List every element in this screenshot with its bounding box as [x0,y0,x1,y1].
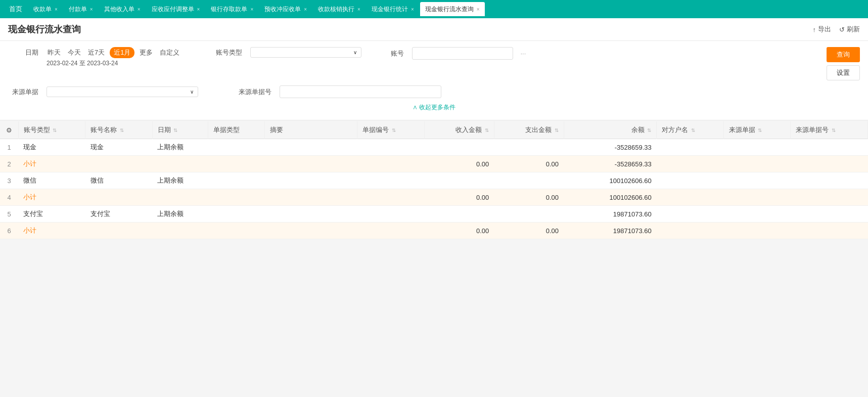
cell-account-name: 支付宝 [85,206,153,223]
column-counterparty[interactable]: 对方户名 ⇅ [657,121,724,139]
cell-date [152,189,208,206]
right-action-buttons: 查询 设置 [827,47,860,80]
nav-tab-stats[interactable]: 现金银行统计 × [367,2,419,16]
column-doc-num[interactable]: 单据编号 ⇅ [357,121,425,139]
column-doc-type-label: 单据类型 [213,126,240,134]
column-expense[interactable]: 支出金额 ⇅ [494,121,564,139]
cell-date [152,223,208,239]
refresh-button[interactable]: ↺ 刷新 [839,25,860,34]
nav-tab-shoudan[interactable]: 收款单 × [28,2,63,16]
column-balance-label: 余额 [631,126,645,134]
table-row[interactable]: 3 微信 微信 上期余额 100102606.60 [0,172,868,189]
cell-counterparty [657,139,724,156]
column-date[interactable]: 日期 ⇅ [152,121,208,139]
column-settings[interactable]: ⚙ [0,121,18,139]
source-doc-num-input[interactable] [280,85,441,98]
page-title: 现金银行流水查询 [8,23,81,35]
table-row[interactable]: 6 小计 0.00 0.00 19871073.60 [0,223,868,239]
collapse-label: 收起更多条件 [419,104,455,111]
settings-button[interactable]: 设置 [827,65,860,80]
cell-doc-type [208,223,264,239]
date-filter-group: 日期 昨天 今天 近7天 近1月 更多 自定义 2023-02-24 至 202… [8,47,181,68]
source-doc-select[interactable]: ∨ [47,86,198,97]
date-opt-yesterday[interactable]: 昨天 [45,47,63,58]
nav-tab-fudan[interactable]: 付款单 × [64,2,98,16]
dots-icon[interactable]: ··· [520,50,526,57]
cell-expense [494,206,564,223]
row-num: 4 [0,189,18,206]
collapse-bar[interactable]: ∧ 收起更多条件 [8,101,860,114]
chevron-up-icon: ∧ [413,104,418,111]
nav-tab-adjust[interactable]: 应收应付调整单 × [147,2,205,16]
table-row[interactable]: 2 小计 0.00 0.00 -3528659.33 [0,156,868,172]
date-opt-more[interactable]: 更多 [138,47,155,58]
cell-balance: -3528659.33 [564,139,657,156]
column-balance[interactable]: 余额 ⇅ [564,121,657,139]
nav-tab-close[interactable]: × [304,7,307,12]
table-header-row: ⚙ 账号类型 ⇅ 账号名称 ⇅ 日期 ⇅ 单据类型 摘要 [0,121,868,139]
account-label: 账号 [374,49,404,58]
column-source-doc-num-label: 来源单据号 [796,126,829,134]
cell-summary [264,206,357,223]
nav-tab-prepay[interactable]: 预收冲应收单 × [259,2,312,16]
nav-tab-close[interactable]: × [411,7,414,12]
nav-tab-label: 应收应付调整单 [152,5,194,14]
account-input[interactable] [412,47,513,60]
filter-area: 日期 昨天 今天 近7天 近1月 更多 自定义 2023-02-24 至 202… [0,41,868,120]
date-opt-today[interactable]: 今天 [66,47,83,58]
cell-doc-num [357,223,425,239]
table-body: 1 现金 现金 上期余额 -3528659.33 2 小计 0.00 0.00 … [0,139,868,239]
cell-doc-num [357,139,425,156]
nav-tab-ledger[interactable]: 现金银行流水查询 × [420,2,485,16]
date-opt-7days[interactable]: 近7天 [86,47,107,58]
sort-icon: ⇅ [485,127,489,133]
cell-summary [264,189,357,206]
nav-tab-other-income[interactable]: 其他收入单 × [99,2,146,16]
column-account-type[interactable]: 账号类型 ⇅ [18,121,85,139]
column-account-name[interactable]: 账号名称 ⇅ [85,121,153,139]
export-button[interactable]: ↑ 导出 [813,25,832,34]
cell-expense: 0.00 [494,189,564,206]
column-source-doc-label: 来源单据 [729,126,755,134]
nav-home[interactable]: 首页 [4,5,27,14]
top-navigation: 首页 收款单 × 付款单 × 其他收入单 × 应收应付调整单 × 银行存取款单 … [0,0,868,18]
cell-account-type: 现金 [18,139,85,156]
nav-tab-bank-deposit[interactable]: 银行存取款单 × [206,2,258,16]
row-num: 2 [0,156,18,172]
cell-doc-num [357,189,425,206]
table-row[interactable]: 1 现金 现金 上期余额 -3528659.33 [0,139,868,156]
sort-icon: ⇅ [758,127,762,133]
column-doc-num-label: 单据编号 [362,126,389,134]
nav-tab-label: 现金银行流水查询 [425,5,474,14]
date-label: 日期 [8,48,38,57]
query-button[interactable]: 查询 [827,47,860,62]
nav-tab-close[interactable]: × [55,7,58,12]
nav-tab-close[interactable]: × [477,7,480,12]
nav-tab-verify[interactable]: 收款核销执行 × [313,2,366,16]
cell-source-doc-num [791,172,868,189]
cell-source-doc-num [791,156,868,172]
cell-counterparty [657,189,724,206]
account-type-select[interactable]: ∨ [250,47,361,58]
nav-tab-close[interactable]: × [197,7,200,12]
sort-icon: ⇅ [120,127,124,133]
column-income[interactable]: 收入金额 ⇅ [424,121,494,139]
cell-doc-num [357,172,425,189]
column-source-doc[interactable]: 来源单据 ⇅ [723,121,791,139]
column-source-doc-num[interactable]: 来源单据号 ⇅ [791,121,868,139]
date-opt-1month[interactable]: 近1月 [110,47,134,58]
cell-date [152,156,208,172]
nav-tab-close[interactable]: × [357,7,360,12]
date-opt-custom[interactable]: 自定义 [158,47,181,58]
nav-tab-close[interactable]: × [138,7,141,12]
cell-balance: 19871073.60 [564,223,657,239]
nav-tab-label: 预收冲应收单 [264,5,301,14]
nav-tab-close[interactable]: × [90,7,93,12]
table-row[interactable]: 5 支付宝 支付宝 上期余额 19871073.60 [0,206,868,223]
nav-tab-close[interactable]: × [250,7,253,12]
cell-summary [264,223,357,239]
cell-account-name [85,156,153,172]
date-range-text: 2023-02-24 至 2023-03-24 [47,60,118,67]
date-options: 昨天 今天 近7天 近1月 更多 自定义 [45,47,181,58]
table-row[interactable]: 4 小计 0.00 0.00 100102606.60 [0,189,868,206]
